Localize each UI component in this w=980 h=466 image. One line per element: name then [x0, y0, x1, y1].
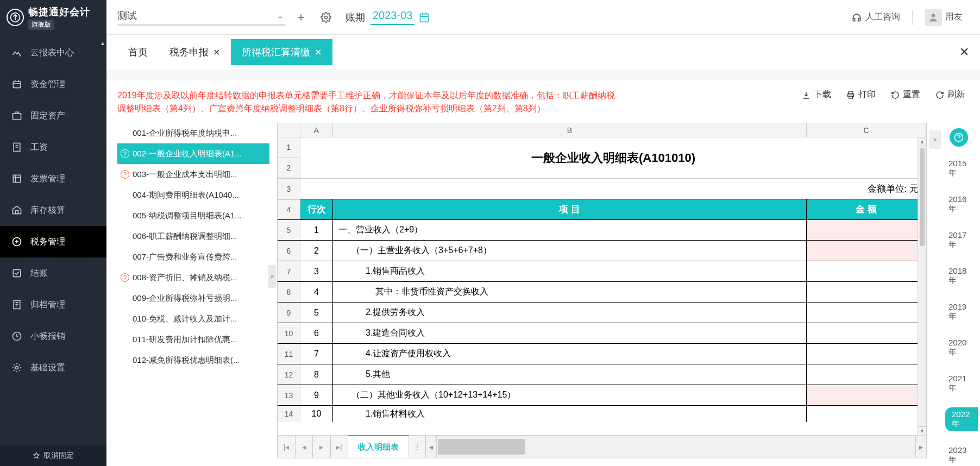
- col-C[interactable]: C: [807, 123, 926, 137]
- nav-item-5[interactable]: 库存核算: [0, 194, 106, 226]
- nav-item-8[interactable]: 归档管理: [0, 289, 106, 320]
- cell-item[interactable]: 其中：非货币性资产交换收入: [333, 282, 807, 302]
- nav-item-3[interactable]: 工资: [0, 131, 106, 163]
- row-header-4[interactable]: 4: [278, 199, 300, 219]
- form-item-7[interactable]: ?008-资产折旧、摊销及纳税...: [117, 267, 269, 288]
- form-item-1[interactable]: ?002-一般企业收入明细表(A1...: [117, 143, 269, 164]
- nav-item-9[interactable]: 小畅报销: [0, 320, 106, 352]
- cell-item[interactable]: 2.提供劳务收入: [333, 303, 807, 323]
- nav-item-10[interactable]: 基础设置: [0, 352, 106, 383]
- cell-item[interactable]: 5.其他: [333, 364, 807, 385]
- company-selector[interactable]: 测试 ⌄: [117, 9, 286, 26]
- cell-item[interactable]: （二）其他业务收入（10+12+13+14+15）: [333, 385, 807, 405]
- sheet-nav-last[interactable]: ▸|: [331, 436, 349, 458]
- nav-item-1[interactable]: 资金管理: [0, 68, 106, 100]
- vscroll-thumb[interactable]: [920, 148, 925, 246]
- cell-line-no[interactable]: 4: [300, 282, 333, 302]
- year-item[interactable]: 2022年: [945, 407, 978, 431]
- cell-line-no[interactable]: 9: [300, 385, 333, 405]
- cell-amount[interactable]: [807, 220, 926, 240]
- calendar-icon[interactable]: [419, 12, 430, 23]
- nav-item-0[interactable]: 云报表中心: [0, 37, 106, 68]
- cell-line-no[interactable]: 7: [300, 344, 333, 364]
- scroll-up-icon[interactable]: ▲: [918, 137, 926, 146]
- row-header-13[interactable]: 13: [278, 385, 300, 405]
- cell-amount[interactable]: [807, 406, 926, 422]
- form-item-4[interactable]: 005-纳税调整项目明细表(A1...: [117, 205, 269, 226]
- row-header-9[interactable]: 9: [278, 303, 300, 323]
- form-item-0[interactable]: 001-企业所得税年度纳税申...: [117, 123, 269, 143]
- form-item-2[interactable]: ?003-一般企业成本支出明细...: [117, 164, 269, 185]
- unit-cell[interactable]: 金额单位: 元: [300, 179, 926, 199]
- form-item-10[interactable]: 011-研发费用加计扣除优惠...: [117, 329, 269, 350]
- close-all-tabs-button[interactable]: ✕: [959, 45, 969, 59]
- cell-item[interactable]: 4.让渡资产使用权收入: [333, 344, 807, 364]
- year-item[interactable]: 2020年: [945, 336, 978, 360]
- sheet-nav-next[interactable]: ▸: [313, 436, 331, 458]
- header-amount[interactable]: 金 额: [807, 199, 926, 219]
- nav-caret-icon[interactable]: ▴: [101, 39, 104, 47]
- reset-button[interactable]: 重置: [891, 89, 920, 100]
- select-all-corner[interactable]: [278, 123, 300, 137]
- refresh-button[interactable]: 刷新: [935, 89, 965, 100]
- cell-line-no[interactable]: 5: [300, 303, 333, 323]
- row-header-12[interactable]: 12: [278, 364, 300, 385]
- nav-item-2[interactable]: 固定资产: [0, 100, 106, 131]
- user-menu[interactable]: 用友: [918, 9, 969, 26]
- row-header-2[interactable]: 2: [278, 158, 300, 179]
- cell-item[interactable]: 1.销售材料收入: [333, 406, 807, 422]
- cell-line-no[interactable]: 8: [300, 364, 333, 385]
- year-item[interactable]: 2023年: [945, 443, 978, 466]
- tab-2[interactable]: 所得税汇算清缴✕: [231, 39, 332, 65]
- cell-line-no[interactable]: 3: [300, 261, 333, 281]
- year-item[interactable]: 2019年: [945, 300, 978, 324]
- tab-1[interactable]: 税务申报✕: [159, 39, 231, 65]
- cell-amount[interactable]: [807, 344, 926, 364]
- row-header-6[interactable]: 6: [278, 241, 300, 261]
- year-item[interactable]: 2017年: [945, 228, 978, 252]
- row-header-8[interactable]: 8: [278, 282, 300, 302]
- cell-amount[interactable]: [807, 282, 926, 302]
- year-panel-toggle[interactable]: »: [929, 130, 941, 149]
- cell-item[interactable]: 3.建造合同收入: [333, 323, 807, 343]
- help-button[interactable]: [950, 128, 968, 147]
- sheet-nav-prev[interactable]: ◂: [296, 436, 313, 458]
- form-item-8[interactable]: 009-企业所得税弥补亏损明...: [117, 288, 269, 308]
- close-icon[interactable]: ✕: [315, 47, 322, 58]
- cell-line-no[interactable]: 1: [300, 220, 333, 240]
- form-item-6[interactable]: 007-广告费和业务宣传费跨...: [117, 247, 269, 267]
- horizontal-scrollbar[interactable]: ◂ ▸: [425, 436, 926, 458]
- add-button[interactable]: [291, 8, 311, 27]
- cell-line-no[interactable]: 10: [300, 406, 333, 422]
- row-header-1[interactable]: 1: [278, 137, 300, 158]
- scroll-right-icon[interactable]: ▸: [915, 436, 926, 458]
- unpin-button[interactable]: 取消固定: [0, 445, 106, 466]
- print-button[interactable]: 打印: [846, 89, 876, 100]
- cell-amount[interactable]: [807, 364, 926, 385]
- header-line-no[interactable]: 行次: [300, 199, 333, 219]
- row-header-5[interactable]: 5: [278, 220, 300, 240]
- year-item[interactable]: 2016年: [945, 192, 978, 216]
- nav-item-6[interactable]: 税务管理: [0, 226, 106, 257]
- year-item[interactable]: 2021年: [945, 371, 978, 395]
- cell-amount[interactable]: [807, 303, 926, 323]
- download-button[interactable]: 下载: [802, 89, 831, 100]
- cell-line-no[interactable]: 6: [300, 323, 333, 343]
- cell-amount[interactable]: [807, 323, 926, 343]
- row-header-11[interactable]: 11: [278, 344, 300, 364]
- header-item[interactable]: 项 目: [333, 199, 807, 219]
- year-item[interactable]: 2015年: [945, 156, 978, 180]
- close-icon[interactable]: ✕: [213, 47, 220, 58]
- cell-amount[interactable]: [807, 241, 926, 261]
- row-header-14[interactable]: 14: [278, 406, 300, 422]
- support-link[interactable]: 人工咨询: [845, 11, 907, 23]
- nav-item-7[interactable]: 结账: [0, 257, 106, 289]
- cell-item[interactable]: 一、营业收入（2+9）: [333, 220, 807, 240]
- hscroll-thumb[interactable]: [438, 439, 525, 455]
- form-item-9[interactable]: 010-免税、减计收入及加计...: [117, 308, 269, 329]
- form-item-3[interactable]: 004-期间费用明细表(A1040...: [117, 185, 269, 205]
- row-header-3[interactable]: 3: [278, 179, 300, 199]
- sheet-nav-first[interactable]: |◂: [278, 436, 296, 458]
- cell-item[interactable]: 1.销售商品收入: [333, 261, 807, 281]
- cell-item[interactable]: （一）主营业务收入（3+5+6+7+8）: [333, 241, 807, 261]
